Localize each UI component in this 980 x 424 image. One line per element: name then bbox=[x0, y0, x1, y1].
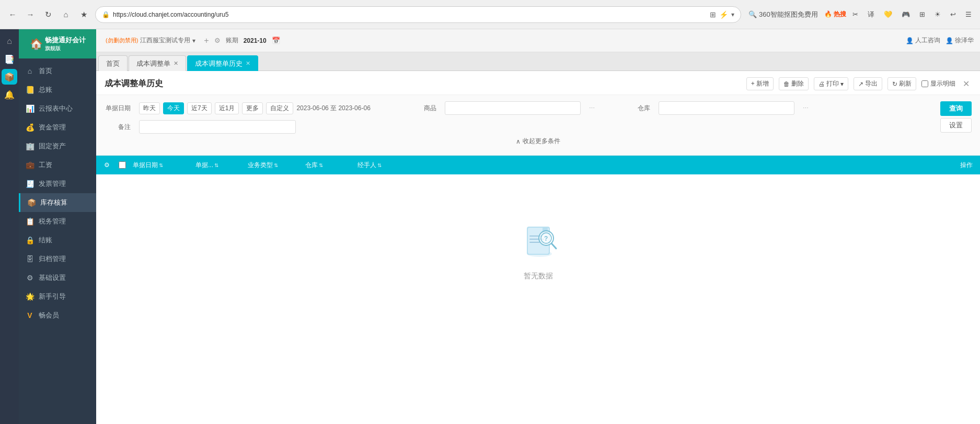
support-button[interactable]: 👤 人工咨询 bbox=[906, 36, 940, 45]
table-area: ⚙ 单据日期 ⇅ 单据... ⇅ 业务类型 ⇅ bbox=[96, 156, 980, 302]
iconbar-item-2[interactable]: 📑 bbox=[2, 51, 17, 67]
date-btn-more[interactable]: 更多 bbox=[242, 102, 263, 114]
sidebar-item-funds[interactable]: 💰 资金管理 bbox=[19, 118, 96, 137]
export-button[interactable]: ↗ 导出 bbox=[854, 77, 882, 90]
top-bar-left: (勿删勿禁用) 江西服宝测试专用 ▾ + ⚙ 账期 2021-10 📅 bbox=[102, 35, 280, 46]
sidebar-label-salary: 工资 bbox=[39, 160, 52, 170]
sidebar-item-fixed-assets[interactable]: 🏢 固定资产 bbox=[19, 137, 96, 156]
th-date[interactable]: 单据日期 ⇅ bbox=[130, 161, 192, 170]
page-header: 成本调整单历史 + 新增 🗑 删除 🖨 打印 ▾ ↗ 导出 bbox=[96, 71, 980, 95]
print-button[interactable]: 🖨 打印 ▾ bbox=[814, 77, 848, 90]
lightning-icon: ⚡ bbox=[719, 10, 728, 19]
date-btn-1month[interactable]: 近1月 bbox=[215, 102, 239, 114]
filter-row-2: 备注 bbox=[105, 120, 930, 134]
sidebar-item-archive[interactable]: 🗄 归档管理 bbox=[19, 250, 96, 268]
header-actions: + 新增 🗑 删除 🖨 打印 ▾ ↗ 导出 ↻ bbox=[746, 77, 972, 90]
company-dropdown-icon: ▾ bbox=[192, 37, 195, 44]
translate-tool[interactable]: 译 bbox=[864, 9, 878, 20]
main-content: (勿删勿禁用) 江西服宝测试专用 ▾ + ⚙ 账期 2021-10 📅 👤 人工… bbox=[96, 29, 980, 424]
sidebar-item-settings[interactable]: ⚙ 基础设置 bbox=[19, 268, 96, 287]
game-tool[interactable]: 🎮 bbox=[898, 9, 913, 19]
warehouse-dots[interactable]: ⋯ bbox=[803, 105, 809, 112]
iconbar-item-3[interactable]: 📦 bbox=[2, 69, 17, 85]
tab-cost-adjust[interactable]: 成本调整单 ✕ bbox=[129, 55, 186, 71]
export-label: 导出 bbox=[865, 79, 878, 88]
sidebar-item-tax[interactable]: 📋 税务管理 bbox=[19, 212, 96, 231]
undo-tool[interactable]: ↩ bbox=[947, 9, 959, 19]
bookmark-button[interactable]: ★ bbox=[76, 7, 91, 22]
reload-button[interactable]: ↻ bbox=[41, 7, 55, 22]
sidebar-item-salary[interactable]: 💼 工资 bbox=[19, 156, 96, 174]
company-name: 江西服宝测试专用 bbox=[140, 36, 190, 45]
icon-bar: ⌂ 📑 📦 🔔 bbox=[0, 29, 19, 424]
sidebar-item-membership[interactable]: V 畅会员 bbox=[19, 306, 96, 325]
add-company-btn[interactable]: + bbox=[204, 36, 209, 45]
th-num[interactable]: 单据... ⇅ bbox=[192, 161, 245, 170]
calendar-icon[interactable]: 📅 bbox=[272, 37, 280, 44]
th-handler[interactable]: 经手人 ⇅ bbox=[354, 161, 407, 170]
date-filter-label: 单据日期 bbox=[105, 104, 131, 113]
sun-tool[interactable]: ☀ bbox=[931, 9, 944, 19]
settings-gear-icon[interactable]: ⚙ bbox=[214, 37, 221, 44]
company-selector[interactable]: (勿删勿禁用) 江西服宝测试专用 ▾ bbox=[102, 35, 199, 46]
close-page-button[interactable]: ✕ bbox=[961, 78, 972, 90]
sidebar-item-ledger[interactable]: 📒 总账 bbox=[19, 80, 96, 99]
url-text: https://cloud.chanjet.com/accounting/uru… bbox=[113, 11, 707, 18]
display-detail-checkbox[interactable] bbox=[921, 80, 928, 87]
sidebar-item-inventory[interactable]: 📦 库存核算 bbox=[19, 193, 96, 212]
date-btn-yesterday[interactable]: 昨天 bbox=[139, 102, 160, 114]
home-button[interactable]: ⌂ bbox=[59, 7, 73, 22]
th-warehouse[interactable]: 仓库 ⇅ bbox=[302, 161, 354, 170]
tab-cost-adjust-history[interactable]: 成本调整单历史 ✕ bbox=[187, 55, 258, 71]
page-title: 成本调整单历史 bbox=[105, 78, 163, 89]
sidebar-label-funds: 资金管理 bbox=[39, 123, 66, 132]
forward-button[interactable]: → bbox=[23, 7, 38, 22]
sidebar-item-reports[interactable]: 📊 云报表中心 bbox=[19, 99, 96, 118]
inventory-icon: 📦 bbox=[27, 198, 36, 207]
goods-filter-label: 商品 bbox=[410, 104, 436, 113]
table-header: ⚙ 单据日期 ⇅ 单据... ⇅ 业务类型 ⇅ bbox=[96, 156, 980, 174]
refresh-button[interactable]: ↻ 刷新 bbox=[887, 77, 916, 90]
address-bar[interactable]: 🔒 https://cloud.chanjet.com/accounting/u… bbox=[95, 6, 741, 23]
svg-line-9 bbox=[551, 243, 556, 249]
user-avatar-icon: 👤 bbox=[946, 37, 953, 44]
menu-tool[interactable]: ☰ bbox=[962, 9, 975, 19]
date-btn-today[interactable]: 今天 bbox=[163, 102, 184, 114]
print-icon: 🖨 bbox=[818, 80, 825, 88]
sidebar-item-guide[interactable]: 🌟 新手引导 bbox=[19, 287, 96, 306]
th-biz-type[interactable]: 业务类型 ⇅ bbox=[245, 161, 302, 170]
salary-icon: 💼 bbox=[25, 161, 34, 169]
date-btn-custom[interactable]: 自定义 bbox=[266, 102, 293, 114]
iconbar-item-4[interactable]: 🔔 bbox=[2, 87, 17, 102]
back-button[interactable]: ← bbox=[5, 7, 20, 22]
tab-bar: 首页 成本调整单 ✕ 成本调整单历史 ✕ bbox=[96, 52, 980, 71]
dropdown-icon[interactable]: ▾ bbox=[731, 11, 734, 18]
filter-settings-button[interactable]: 设置 bbox=[940, 118, 972, 133]
sidebar-item-home[interactable]: ⌂ 首页 bbox=[19, 62, 96, 80]
collapse-label: 收起更多条件 bbox=[523, 137, 560, 146]
tab-cost-adjust-history-close[interactable]: ✕ bbox=[246, 60, 250, 67]
wallet-tool[interactable]: 💛 bbox=[881, 9, 895, 19]
date-btn-7days[interactable]: 近7天 bbox=[187, 102, 212, 114]
query-button[interactable]: 查询 bbox=[940, 101, 972, 116]
iconbar-item-1[interactable]: ⌂ bbox=[2, 33, 17, 49]
tab-cost-adjust-close[interactable]: ✕ bbox=[174, 60, 178, 67]
apps-tool[interactable]: ⊞ bbox=[916, 9, 928, 19]
user-button[interactable]: 👤 徐泽华 bbox=[946, 36, 974, 45]
table-settings-icon[interactable]: ⚙ bbox=[98, 161, 115, 169]
search-tool[interactable]: 🔍 360智能抠图免费用 bbox=[745, 9, 821, 20]
sidebar-item-closing[interactable]: 🔒 结账 bbox=[19, 231, 96, 250]
new-button[interactable]: + 新增 bbox=[746, 77, 774, 90]
table-select-all[interactable] bbox=[115, 161, 130, 169]
delete-button[interactable]: 🗑 删除 bbox=[779, 77, 809, 90]
tab-home[interactable]: 首页 bbox=[98, 55, 128, 71]
scissors-tool[interactable]: ✂ bbox=[849, 9, 861, 19]
warehouse-filter-input[interactable] bbox=[659, 101, 794, 115]
select-all-checkbox[interactable] bbox=[119, 161, 126, 169]
remark-filter-input[interactable] bbox=[139, 120, 296, 134]
goods-dots[interactable]: ⋯ bbox=[589, 105, 595, 112]
collapse-bar[interactable]: ∧ 收起更多条件 bbox=[105, 134, 972, 149]
goods-filter-input[interactable] bbox=[445, 101, 581, 115]
period-value: 2021-10 bbox=[244, 37, 267, 44]
sidebar-item-invoice[interactable]: 🧾 发票管理 bbox=[19, 174, 96, 193]
